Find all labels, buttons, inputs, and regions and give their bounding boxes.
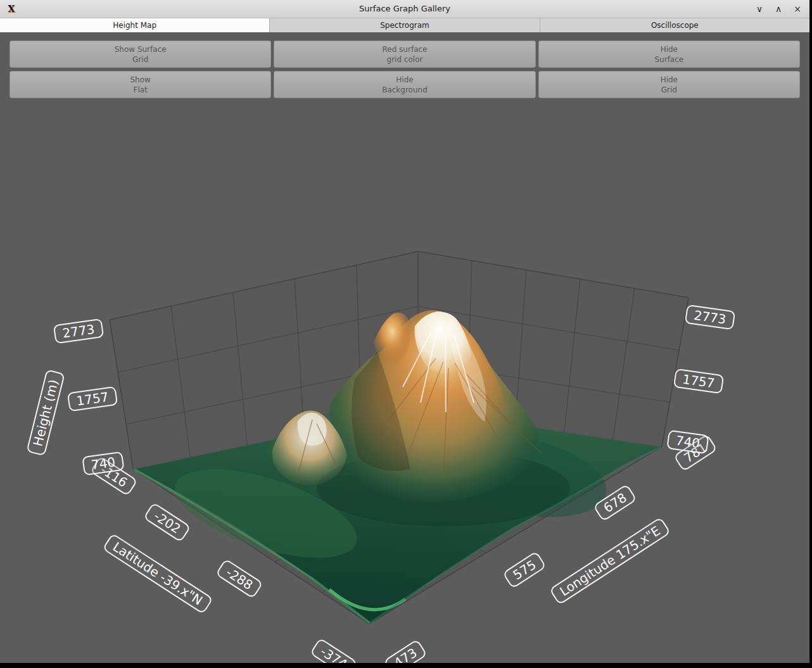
window-controls: ∨ ∧ ×: [752, 0, 804, 18]
show-flat-button[interactable]: Show Flat: [10, 71, 271, 98]
maximize-window-icon[interactable]: ∧: [771, 2, 785, 16]
hide-background-button[interactable]: Hide Background: [274, 71, 535, 98]
close-window-icon[interactable]: ×: [790, 2, 804, 16]
surface-3d-scene: [0, 32, 809, 663]
tab-spectrogram[interactable]: Spectrogram: [270, 18, 540, 32]
button-label: Grid: [132, 54, 148, 65]
button-label: Flat: [134, 85, 148, 95]
graph-toolbar: Show Surface Grid Red surface grid color…: [10, 41, 800, 98]
button-label: Show Surface: [115, 44, 167, 54]
button-label: Grid: [661, 85, 677, 95]
tab-bar: Height Map Spectrogram Oscilloscope: [0, 18, 809, 33]
button-label: Show: [130, 75, 150, 85]
button-label: Surface: [654, 54, 683, 65]
button-label: Hide: [661, 75, 678, 85]
hide-surface-button[interactable]: Hide Surface: [538, 41, 800, 68]
button-label: Red surface: [383, 44, 428, 54]
button-label: Hide: [661, 44, 678, 54]
button-label: grid color: [387, 54, 423, 65]
red-surface-grid-color-button[interactable]: Red surface grid color: [274, 41, 535, 68]
button-label: Background: [382, 85, 428, 95]
tab-height-map[interactable]: Height Map: [0, 18, 270, 32]
title-bar[interactable]: X Surface Graph Gallery ∨ ∧ ×: [0, 0, 809, 18]
button-label: Hide: [396, 75, 413, 85]
show-surface-grid-button[interactable]: Show Surface Grid: [10, 41, 271, 68]
tab-oscilloscope[interactable]: Oscilloscope: [540, 18, 809, 32]
hide-grid-button[interactable]: Hide Grid: [538, 71, 800, 98]
surface-3d-viewport[interactable]: Height (m) 2773 1757 -116 740 2773 1757 …: [0, 32, 809, 663]
app-window: X Surface Graph Gallery ∨ ∧ × Height Map…: [0, 0, 809, 663]
shade-window-icon[interactable]: ∨: [752, 2, 766, 16]
window-title: Surface Graph Gallery: [0, 0, 809, 18]
